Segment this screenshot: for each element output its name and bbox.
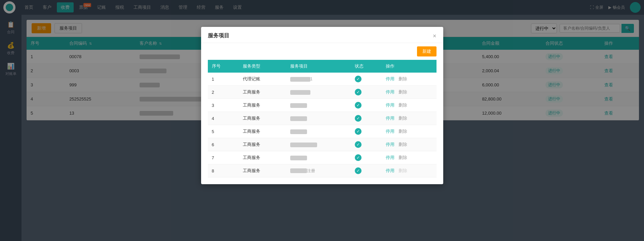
modal-table-row: 1 代理记账 1 ✓ 停用 删除 (208, 73, 437, 86)
modal-cell-index: 1 (208, 73, 239, 86)
delete-button[interactable]: 删除 (399, 76, 407, 81)
modal-cell-item (286, 99, 351, 112)
modal-cell-item (286, 151, 351, 164)
status-check-icon: ✓ (355, 154, 362, 161)
modal-cell-item: 1 (286, 73, 351, 86)
stop-button[interactable]: 停用 (386, 103, 394, 108)
modal-cell-index: 7 (208, 151, 239, 164)
modal-cell-type: 代理记账 (239, 73, 286, 86)
modal-cell-status: ✓ (351, 112, 382, 125)
status-check-icon: ✓ (355, 89, 362, 95)
modal-cell-index: 6 (208, 138, 239, 151)
modal-cell-type: 工商服务 (239, 99, 286, 112)
modal-cell-status: ✓ (351, 125, 382, 138)
modal-col-op: 操作 (382, 60, 436, 73)
modal-col-status: 状态 (351, 60, 382, 73)
modal-cell-type: 工商服务 (239, 112, 286, 125)
modal-cell-type: 工商服务 (239, 151, 286, 164)
modal-cell-type: 工商服务 (239, 164, 286, 177)
modal-cell-index: 4 (208, 112, 239, 125)
modal-table-row: 8 工商服务 注册 ✓ 停用 删除 (208, 164, 437, 177)
modal-cell-status: ✓ (351, 151, 382, 164)
modal-cell-index: 2 (208, 86, 239, 99)
modal-cell-op: 停用 删除 (382, 99, 436, 112)
modal-cell-op: 停用 删除 (382, 125, 436, 138)
stop-button[interactable]: 停用 (386, 129, 394, 134)
modal-table-row: 3 工商服务 ✓ 停用 删除 (208, 99, 437, 112)
modal-title: 服务项目 (208, 32, 229, 39)
status-check-icon: ✓ (355, 167, 362, 174)
modal-toolbar: 新建 (201, 43, 443, 60)
modal-cell-item (286, 112, 351, 125)
stop-button[interactable]: 停用 (386, 76, 394, 81)
stop-button[interactable]: 停用 (386, 142, 394, 147)
modal-cell-op: 停用 删除 (382, 138, 436, 151)
modal-cell-type: 工商服务 (239, 86, 286, 99)
status-check-icon: ✓ (355, 102, 362, 109)
delete-button[interactable]: 删除 (399, 168, 407, 173)
modal-cell-op: 停用 删除 (382, 151, 436, 164)
modal-cell-index: 5 (208, 125, 239, 138)
modal-body: 序号 服务类型 服务项目 状态 操作 1 代理记账 1 ✓ 停用 删除 (201, 60, 443, 184)
delete-button[interactable]: 删除 (399, 142, 407, 147)
modal-overlay: 服务项目 × 新建 序号 服务类型 服务项目 状态 (22, 15, 644, 241)
delete-button[interactable]: 删除 (399, 103, 407, 108)
delete-button[interactable]: 删除 (399, 89, 407, 94)
modal-cell-type: 工商服务 (239, 125, 286, 138)
modal-header: 服务项目 × (201, 27, 443, 43)
modal-table-row: 2 工商服务 ✓ 停用 删除 (208, 86, 437, 99)
stop-button[interactable]: 停用 (386, 89, 394, 94)
main-content: 新增 服务项目 进行中 全部 已完成 已取消 🔍 序号 (22, 15, 644, 241)
service-modal: 服务项目 × 新建 序号 服务类型 服务项目 状态 (201, 27, 443, 184)
modal-cell-op: 停用 删除 (382, 164, 436, 177)
modal-cell-status: ✓ (351, 86, 382, 99)
status-check-icon: ✓ (355, 115, 362, 122)
modal-cell-status: ✓ (351, 138, 382, 151)
modal-cell-item: 注册 (286, 164, 351, 177)
modal-cell-op: 停用 删除 (382, 86, 436, 99)
delete-button[interactable]: 删除 (399, 129, 407, 134)
status-check-icon: ✓ (355, 128, 362, 135)
modal-cell-status: ✓ (351, 99, 382, 112)
stop-button[interactable]: 停用 (386, 168, 394, 173)
modal-cell-item (286, 138, 351, 151)
modal-col-item: 服务项目 (286, 60, 351, 73)
main-layout: 📋 合同 💰 收费 📊 对账单 新增 服务项目 进行中 全部 已完成 (0, 15, 644, 241)
modal-table-row: 4 工商服务 ✓ 停用 删除 (208, 112, 437, 125)
modal-cell-op: 停用 删除 (382, 112, 436, 125)
modal-cell-item (286, 86, 351, 99)
stop-button[interactable]: 停用 (386, 116, 394, 121)
modal-cell-op: 停用 删除 (382, 73, 436, 86)
status-check-icon: ✓ (355, 76, 362, 82)
modal-cell-index: 3 (208, 99, 239, 112)
modal-cell-item (286, 125, 351, 138)
modal-cell-type: 工商服务 (239, 138, 286, 151)
service-table: 序号 服务类型 服务项目 状态 操作 1 代理记账 1 ✓ 停用 删除 (208, 60, 437, 177)
status-check-icon: ✓ (355, 141, 362, 148)
modal-new-button[interactable]: 新建 (417, 46, 437, 56)
delete-button[interactable]: 删除 (399, 116, 407, 121)
modal-close-button[interactable]: × (433, 33, 437, 39)
modal-cell-index: 8 (208, 164, 239, 177)
modal-col-index: 序号 (208, 60, 239, 73)
stop-button[interactable]: 停用 (386, 155, 394, 160)
modal-cell-status: ✓ (351, 164, 382, 177)
modal-table-row: 7 工商服务 ✓ 停用 删除 (208, 151, 437, 164)
modal-table-row: 6 工商服务 ✓ 停用 删除 (208, 138, 437, 151)
modal-col-type: 服务类型 (239, 60, 286, 73)
delete-button[interactable]: 删除 (399, 155, 407, 160)
modal-cell-status: ✓ (351, 73, 382, 86)
modal-table-row: 5 工商服务 ✓ 停用 删除 (208, 125, 437, 138)
